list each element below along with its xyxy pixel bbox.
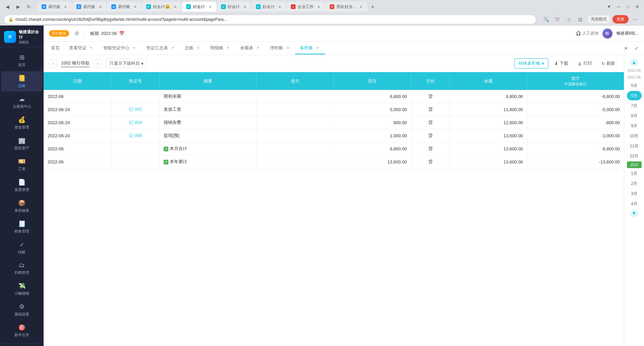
browser-tab-2[interactable]: 易 易代账 ✕ (72, 2, 107, 12)
browser-tab-1[interactable]: 易 易代账 ✕ (38, 2, 72, 12)
browser-tab-3[interactable]: 易 易代账 ✕ (107, 2, 142, 12)
tab-general-ledger[interactable]: 总账 ✕ (180, 42, 206, 54)
sidebar-scrollbar[interactable] (41, 67, 44, 87)
tab-balance-close[interactable]: ✕ (255, 45, 261, 51)
sidebar-item-home[interactable]: ⊞ 首页 (1, 50, 42, 71)
sidebar-item-invoice[interactable]: 📄 发票管理 (1, 175, 42, 196)
cell-summary: 年本年累计 (160, 155, 256, 168)
sidebar-item-tax[interactable]: 🧾 税务管理 (1, 217, 42, 237)
tab-detailed-ledger-close[interactable]: ✕ (225, 45, 231, 51)
timeline-month-9[interactable]: 9月 (627, 121, 642, 131)
forward-button[interactable]: ▶ (13, 2, 23, 11)
tab-multi-column-close[interactable]: ✕ (315, 45, 320, 51)
prev-account-button[interactable]: ‹ (49, 59, 57, 67)
timeline-scroll-up[interactable]: ▲ (630, 58, 638, 66)
period-selector[interactable]: 账期 2022-06 📅 (90, 31, 124, 37)
tab-sequential-ledger[interactable]: 序时账 ✕ (265, 42, 295, 54)
sidebar-item-archive[interactable]: 🗂 归档管理 (1, 258, 42, 279)
shield-icon-button[interactable]: 🛡 (553, 15, 562, 24)
timeline-month-11[interactable]: 11月 (627, 141, 642, 151)
sidebar-logo: 好 畅捷通好会计 旗舰版 (0, 26, 44, 47)
wuhen-mode-button[interactable]: 无痕模式 (587, 15, 610, 24)
star-icon-button[interactable]: ☆ (564, 15, 574, 24)
voucher-link[interactable]: 记-006 (129, 133, 142, 138)
sidebar-item-expense[interactable]: 💸 小畅报销 (1, 279, 42, 299)
timeline-month-2023-2[interactable]: 2月 (627, 179, 642, 188)
account-selector[interactable]: 1002 银行存款 (61, 60, 90, 67)
tab-smart-voucher[interactable]: 智能凭证中心 ✕ (99, 42, 142, 54)
timeline-month-10[interactable]: 10月 (627, 131, 642, 141)
tab-list-button[interactable]: ▼ (605, 3, 613, 11)
sidebar-item-guide[interactable]: 🎯 新手引导 (1, 320, 42, 341)
voucher-link[interactable]: 记-002 (129, 107, 142, 112)
timeline-month-12[interactable]: 12月 (627, 151, 642, 161)
window-close-button[interactable]: ✕ (633, 3, 641, 11)
refresh-button[interactable]: ↻ (24, 2, 34, 11)
browser-tab-6[interactable]: 好 好会计 ✕ (217, 2, 251, 12)
new-tab-button[interactable]: + (368, 2, 377, 12)
timeline-month-2023-1[interactable]: 1月 (627, 169, 642, 178)
browser-tab-5[interactable]: 好 好会计 ✕ (182, 2, 216, 12)
back-button[interactable]: ◀ (3, 2, 12, 11)
minimize-button[interactable]: — (614, 3, 623, 11)
tab-view-voucher-close[interactable]: ✕ (89, 45, 94, 51)
sidebar-item-close-books[interactable]: ✓ 结账 (1, 238, 42, 258)
tab-close-7[interactable]: ✕ (277, 4, 282, 9)
timeline-scroll-down[interactable]: ▼ (630, 209, 638, 217)
more-options-button[interactable]: ⋯ (631, 15, 640, 24)
browser-tab-8[interactable]: C 企业工作 ✕ (287, 2, 325, 12)
timeline-month-6[interactable]: 6月 (627, 91, 642, 100)
refresh-button[interactable]: ↻ 刷新 (598, 59, 619, 68)
tab-voucher-summary-close[interactable]: ✕ (170, 45, 175, 51)
tab-general-ledger-close[interactable]: ✕ (196, 45, 201, 51)
sidebar-toggle-button[interactable]: ⊡ (576, 15, 585, 24)
show-sub-accounts-toggle[interactable]: 只显示下级科目 ▾ (106, 59, 147, 68)
tab-home-label: 首页 (51, 45, 60, 51)
tab-close-2[interactable]: ✕ (98, 4, 103, 9)
update-button[interactable]: 更新 (612, 15, 629, 23)
tab-smart-voucher-close[interactable]: ✕ (131, 45, 137, 51)
tab-close-8[interactable]: ✕ (316, 4, 321, 9)
consult-button[interactable]: 🎧 人工咨询 (576, 31, 598, 36)
sidebar-item-fixed-assets[interactable]: 🏢 固定资产 (1, 134, 42, 154)
sidebar-item-payroll[interactable]: 💴 工资 (1, 154, 42, 175)
tab-balance[interactable]: 余额表 ✕ (235, 42, 265, 54)
tab-multi-column[interactable]: 多栏账 ✕ (295, 42, 325, 54)
sidebar-item-cloud-report[interactable]: ☁ 云报表中心 (1, 92, 42, 112)
next-account-button[interactable]: › (94, 59, 102, 67)
timeline-month-7[interactable]: 7月 (627, 101, 642, 110)
sidebar-item-inventory[interactable]: 📦 库存核算 (1, 196, 42, 216)
timeline-month-8[interactable]: 8月 (627, 111, 642, 120)
sidebar-item-capital[interactable]: 💰 资金管理 (1, 113, 42, 133)
tab-home[interactable]: 首页 (46, 42, 64, 54)
topbar-settings-button[interactable]: ⚙ (74, 30, 79, 37)
tab-close-3[interactable]: ✕ (133, 4, 138, 9)
browser-tab-7[interactable]: 好 好会计 ✕ (252, 2, 286, 12)
collapse-panel-button[interactable]: ✕ (621, 44, 631, 53)
tab-sequential-ledger-close[interactable]: ✕ (285, 45, 290, 51)
timeline-month-5[interactable]: 5月 (627, 81, 642, 90)
maximize-button[interactable]: □ (624, 3, 632, 11)
timeline-month-2023-3[interactable]: 3月 (627, 189, 642, 198)
tab-close-9[interactable]: ✕ (359, 4, 363, 9)
ledger-table-container[interactable]: 日期 凭证号 摘要 借方 贷方 方向 余额 借方 中国建 (44, 72, 624, 346)
tab-voucher-summary[interactable]: 凭证汇总表 ✕ (142, 42, 180, 54)
tab-close-5[interactable]: ✕ (208, 4, 212, 9)
tab-close-1[interactable]: ✕ (63, 4, 68, 9)
sidebar-item-ledger[interactable]: 📒 总账 (1, 71, 42, 92)
search-icon-button[interactable]: 🔍 (541, 15, 551, 24)
special-multi-column-button[interactable]: 特殊多栏账 ▾ (514, 58, 548, 68)
timeline-month-2023-4[interactable]: 4月 (627, 199, 642, 208)
tab-detailed-ledger[interactable]: 明细账 ✕ (206, 42, 235, 54)
sidebar-item-settings[interactable]: ⚙ 基础设置 (1, 300, 42, 320)
print-button[interactable]: 🖨 打印 (574, 59, 595, 68)
expand-panel-button[interactable]: ⤢ (632, 44, 641, 53)
tab-close-6[interactable]: ✕ (243, 4, 247, 9)
browser-tab-9[interactable]: 用 用友好业... ✕ (326, 2, 367, 12)
tab-view-voucher[interactable]: 查看凭证 ✕ (64, 42, 99, 54)
browser-tab-4[interactable]: 好 好会计😀 ✕ (142, 2, 181, 12)
download-button[interactable]: ⬇ 下载 (551, 59, 572, 68)
voucher-link[interactable]: 记-004 (129, 120, 142, 125)
address-bar[interactable]: 🔒 cloud2.chanjet.com/accounting/uh26t264… (4, 15, 536, 24)
tab-close-4[interactable]: ✕ (173, 4, 177, 9)
